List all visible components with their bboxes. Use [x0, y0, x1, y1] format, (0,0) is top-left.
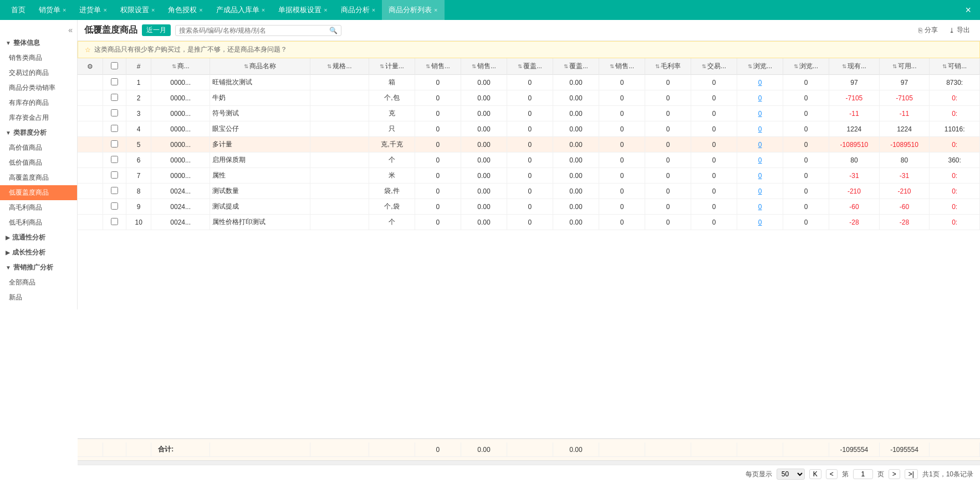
- row-view1[interactable]: 0: [737, 215, 783, 230]
- col-transaction[interactable]: ⇅交易...: [691, 58, 737, 75]
- sidebar-collapse-btn[interactable]: «: [0, 24, 77, 35]
- nav-tab-sales[interactable]: 销货单 ×: [32, 0, 73, 20]
- view-link[interactable]: 0: [758, 187, 762, 195]
- select-all-checkbox[interactable]: [111, 62, 118, 69]
- sidebar-section-liquidity[interactable]: ▶ 流通性分析: [0, 230, 77, 245]
- sidebar-section-cluster[interactable]: ▼ 类群度分析: [0, 125, 77, 140]
- sidebar-item-all-products[interactable]: 全部商品: [0, 275, 77, 290]
- close-template-tab[interactable]: ×: [324, 7, 327, 13]
- row-checkbox[interactable]: [111, 125, 118, 132]
- sidebar-item-stocked-products[interactable]: 有库存的商品: [0, 95, 77, 110]
- col-spec[interactable]: ⇅规格...: [310, 58, 369, 75]
- nav-tab-product-analysis-list[interactable]: 商品分析列表 ×: [382, 0, 444, 20]
- row-view1[interactable]: 0: [737, 199, 783, 215]
- row-checkbox[interactable]: [111, 78, 118, 85]
- close-product-analysis-list-tab[interactable]: ×: [434, 7, 437, 13]
- row-check[interactable]: [103, 106, 126, 121]
- next-page-button[interactable]: >: [889, 469, 900, 479]
- col-settings[interactable]: ⚙: [78, 58, 103, 75]
- view-link[interactable]: 0: [758, 110, 762, 118]
- view-link[interactable]: 0: [758, 172, 762, 180]
- row-check[interactable]: [103, 168, 126, 184]
- close-permissions-tab[interactable]: ×: [151, 7, 155, 13]
- nav-tab-permissions[interactable]: 权限设置 ×: [114, 0, 161, 20]
- row-checkbox[interactable]: [111, 156, 118, 163]
- row-check[interactable]: [103, 75, 126, 90]
- col-coverage1[interactable]: ⇅覆盖...: [507, 58, 553, 75]
- export-button[interactable]: ⤓ 导出: [946, 24, 973, 36]
- col-have[interactable]: ⇅现有...: [829, 58, 880, 75]
- row-checkbox[interactable]: [111, 218, 118, 225]
- row-view1[interactable]: 0: [737, 184, 783, 199]
- sidebar-item-high-margin[interactable]: 高毛利商品: [0, 200, 77, 215]
- row-check[interactable]: [103, 199, 126, 215]
- row-check[interactable]: [103, 184, 126, 199]
- sidebar-item-low-coverage[interactable]: 低覆盖度商品: [0, 185, 77, 200]
- col-sold[interactable]: ⇅销售...: [599, 58, 645, 75]
- nav-tab-role[interactable]: 角色授权 ×: [161, 0, 209, 20]
- col-sales-qty[interactable]: ⇅销售...: [415, 58, 461, 75]
- view-link[interactable]: 0: [758, 218, 762, 226]
- search-input[interactable]: [179, 27, 327, 34]
- sidebar-section-marketing[interactable]: ▼ 营销推广分析: [0, 260, 77, 275]
- sidebar-item-traded-products[interactable]: 交易过的商品: [0, 65, 77, 80]
- row-view1[interactable]: 0: [737, 152, 783, 168]
- row-view1[interactable]: 0: [737, 168, 783, 184]
- first-page-button[interactable]: K: [809, 469, 821, 479]
- row-view1[interactable]: 0: [737, 121, 783, 137]
- row-check[interactable]: [103, 137, 126, 152]
- view-link[interactable]: 0: [758, 125, 762, 133]
- prev-page-button[interactable]: <: [826, 469, 838, 479]
- close-production-tab[interactable]: ×: [262, 7, 265, 13]
- col-product-name[interactable]: ⇅商品名称: [210, 58, 310, 75]
- close-product-analysis-tab[interactable]: ×: [372, 7, 375, 13]
- row-view1[interactable]: 0: [737, 90, 783, 106]
- sidebar-item-category-turnover[interactable]: 商品分类动销率: [0, 80, 77, 95]
- search-icon[interactable]: 🔍: [329, 27, 338, 34]
- horizontal-scrollbar[interactable]: [78, 460, 980, 465]
- view-link[interactable]: 0: [758, 94, 762, 102]
- col-check[interactable]: [103, 58, 126, 75]
- view-link[interactable]: 0: [758, 141, 762, 149]
- row-check[interactable]: [103, 152, 126, 168]
- col-product-id[interactable]: ⇅商...: [151, 58, 210, 75]
- page-size-select[interactable]: 50 20 100 200: [777, 469, 805, 480]
- sidebar-item-low-value[interactable]: 低价值商品: [0, 155, 77, 170]
- row-checkbox[interactable]: [111, 140, 118, 148]
- nav-tab-production[interactable]: 产成品入库单 ×: [210, 0, 272, 20]
- col-view1[interactable]: ⇅浏览...: [737, 58, 783, 75]
- row-view1[interactable]: 0: [737, 106, 783, 121]
- col-sales-amt[interactable]: ⇅销售...: [461, 58, 507, 75]
- sidebar-item-high-coverage[interactable]: 高覆盖度商品: [0, 170, 77, 185]
- sidebar-item-new-products[interactable]: 新品: [0, 290, 77, 305]
- row-check[interactable]: [103, 121, 126, 137]
- view-link[interactable]: 0: [758, 203, 762, 211]
- row-view1[interactable]: 0: [737, 75, 783, 90]
- nav-tab-product-analysis[interactable]: 商品分析 ×: [334, 0, 382, 20]
- period-button[interactable]: 近一月: [142, 24, 171, 36]
- nav-tab-template[interactable]: 单据模板设置 ×: [272, 0, 334, 20]
- row-check[interactable]: [103, 90, 126, 106]
- col-view2[interactable]: ⇅浏览...: [783, 58, 829, 75]
- close-sales-tab[interactable]: ×: [63, 7, 66, 13]
- share-button[interactable]: ⎘ 分享: [915, 24, 941, 36]
- row-checkbox[interactable]: [111, 187, 118, 194]
- nav-tab-home[interactable]: 首页: [4, 0, 32, 20]
- page-number-input[interactable]: [853, 469, 873, 479]
- sidebar-item-inventory-capital[interactable]: 库存资金占用: [0, 110, 77, 125]
- close-purchase-tab[interactable]: ×: [103, 7, 106, 13]
- row-check[interactable]: [103, 215, 126, 230]
- col-sellable[interactable]: ⇅可销...: [930, 58, 980, 75]
- col-available[interactable]: ⇅可用...: [879, 58, 930, 75]
- sidebar-item-low-margin[interactable]: 低毛利商品: [0, 215, 77, 230]
- row-view1[interactable]: 0: [737, 137, 783, 152]
- last-page-button[interactable]: >|: [905, 469, 918, 479]
- col-unit[interactable]: ⇅计量...: [369, 58, 415, 75]
- row-checkbox[interactable]: [111, 171, 118, 179]
- sidebar-item-sales-products[interactable]: 销售类商品: [0, 50, 77, 65]
- sidebar-section-growth[interactable]: ▶ 成长性分析: [0, 245, 77, 260]
- nav-tab-purchase[interactable]: 进货单 ×: [73, 0, 113, 20]
- row-checkbox[interactable]: [111, 109, 118, 116]
- row-checkbox[interactable]: [111, 94, 118, 101]
- sidebar-item-high-value[interactable]: 高价值商品: [0, 140, 77, 155]
